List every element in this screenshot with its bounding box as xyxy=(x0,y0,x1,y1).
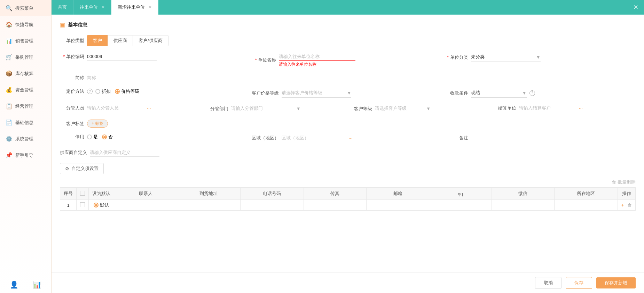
cell-checkbox[interactable] xyxy=(77,200,89,211)
sidebar: 🔍 搜索菜单 🏠 快捷导航 📊 销售管理 🛒 采购管理 📦 库存核算 💰 资金管… xyxy=(0,0,52,293)
radio-discount[interactable]: 折扣 xyxy=(95,88,111,95)
unit-type-customer[interactable]: 客户 xyxy=(87,35,108,46)
fax-input[interactable] xyxy=(307,203,363,208)
pricing-info-icon[interactable]: ? xyxy=(87,89,93,94)
window-close-icon[interactable]: ✕ xyxy=(628,3,644,11)
manager-group: 分管人员 ··· xyxy=(60,104,204,112)
sidebar-item-finance[interactable]: 💰 资金管理 xyxy=(0,82,51,98)
add-row-icon[interactable]: + xyxy=(621,203,624,208)
phone-input[interactable] xyxy=(244,203,300,208)
cell-phone[interactable] xyxy=(240,200,304,211)
radio-yes-circle xyxy=(87,135,92,139)
customer-price-level-select[interactable]: 请选择客户价格等级 ▼ xyxy=(282,88,351,98)
table-toolbar: 🗑 批量删除 xyxy=(60,179,636,185)
sidebar-item-operations[interactable]: 📋 经营管理 xyxy=(0,98,51,114)
radio-no[interactable]: 否 xyxy=(102,134,113,140)
payment-terms-group: 收款条件 现结 ▼ ? xyxy=(444,88,636,98)
unit-code-input[interactable] xyxy=(87,52,157,61)
cell-contact[interactable] xyxy=(114,200,177,211)
weixin-input[interactable] xyxy=(495,203,551,208)
tab-home[interactable]: 首页 xyxy=(52,0,73,15)
tab-new-partner[interactable]: 新增往来单位 ✕ xyxy=(111,0,158,15)
customer-level-placeholder: 请选择客户等级 xyxy=(375,105,407,112)
close-partners-tab[interactable]: ✕ xyxy=(101,5,105,10)
payment-info-icon[interactable]: ? xyxy=(529,90,535,96)
cell-fax[interactable] xyxy=(304,200,366,211)
email-input[interactable] xyxy=(370,203,425,208)
stats-icon[interactable]: 📊 xyxy=(33,280,41,289)
cell-email[interactable] xyxy=(366,200,429,211)
sidebar-item-sales[interactable]: 📊 销售管理 xyxy=(0,33,51,49)
settlement-unit-input[interactable] xyxy=(519,104,575,112)
col-header-no: 序号 xyxy=(60,188,77,200)
radio-yes[interactable]: 是 xyxy=(87,134,98,140)
address-input[interactable] xyxy=(181,203,237,208)
sidebar-item-search[interactable]: 🔍 搜索菜单 xyxy=(0,0,51,16)
payment-terms-select[interactable]: 现结 ▼ xyxy=(471,88,527,98)
department-label: 分管部门 xyxy=(204,106,228,112)
unit-category-group: 单位分类 未分类 ▼ xyxy=(444,52,636,62)
remarks-input[interactable] xyxy=(471,134,575,142)
region-input[interactable] xyxy=(282,134,344,142)
cell-qq[interactable] xyxy=(429,200,492,211)
cell-weixin[interactable] xyxy=(492,200,554,211)
radio-price-level[interactable]: 价格等级 xyxy=(115,88,139,95)
cart-icon: 🛒 xyxy=(6,54,13,60)
sidebar-bottom: 👤 📊 xyxy=(0,276,51,293)
custom-settings-button[interactable]: ⚙ 自定义项设置 xyxy=(60,163,104,174)
manager-more-icon[interactable]: ··· xyxy=(146,105,152,111)
cell-address[interactable] xyxy=(177,200,241,211)
gear-settings-icon: ⚙ xyxy=(65,166,69,171)
supplier-custom-label: 供应商自定义 xyxy=(60,149,87,156)
unit-category-select[interactable]: 未分类 ▼ xyxy=(471,52,541,62)
select-all-checkbox[interactable] xyxy=(80,191,85,196)
qq-input[interactable] xyxy=(433,203,488,208)
col-header-contact: 联系人 xyxy=(114,188,177,200)
contact-input[interactable] xyxy=(118,203,173,208)
cancel-button[interactable]: 取消 xyxy=(535,277,561,289)
region-label: 区域（地区） xyxy=(252,135,279,141)
save-and-new-button[interactable]: 保存并新增 xyxy=(596,277,636,288)
money-icon: 💰 xyxy=(6,87,13,93)
col-header-weixin: 微信 xyxy=(492,188,554,200)
disabled-group: 停用 是 否 xyxy=(60,134,252,140)
region-more-icon[interactable]: ··· xyxy=(347,135,354,141)
manager-input[interactable] xyxy=(87,104,143,112)
department-placeholder: 请输入分管部门 xyxy=(231,105,263,112)
batch-delete-icon: 🗑 xyxy=(612,180,616,185)
sidebar-item-guide[interactable]: 📌 新手引导 xyxy=(0,147,51,163)
cell-region[interactable] xyxy=(554,200,618,211)
batch-delete-button[interactable]: 🗑 批量删除 xyxy=(612,179,636,185)
unit-type-both[interactable]: 客户/供应商 xyxy=(133,35,168,46)
radio-price-level-label: 价格等级 xyxy=(121,88,139,95)
tab-partners[interactable]: 往来单位 ✕ xyxy=(73,0,111,15)
sidebar-item-purchase[interactable]: 🛒 采购管理 xyxy=(0,49,51,65)
save-button[interactable]: 保存 xyxy=(566,277,592,289)
close-new-partner-tab[interactable]: ✕ xyxy=(148,5,152,10)
unit-category-label: 单位分类 xyxy=(444,54,468,60)
short-name-input[interactable] xyxy=(87,74,157,82)
unit-type-supplier[interactable]: 供应商 xyxy=(108,35,133,46)
section-title: 基本信息 xyxy=(68,22,87,28)
sidebar-item-inventory[interactable]: 📦 库存核算 xyxy=(0,65,51,82)
add-tag-button[interactable]: + 标签 xyxy=(87,120,108,128)
customer-level-select[interactable]: 请选择客户等级 ▼ xyxy=(375,104,431,113)
short-name-label: 简称 xyxy=(60,75,84,81)
sidebar-item-system[interactable]: ⚙️ 系统管理 xyxy=(0,131,51,147)
department-select[interactable]: 请输入分管部门 ▼ xyxy=(231,104,301,113)
delete-row-icon[interactable]: 🗑 xyxy=(627,203,632,208)
unit-name-label: 单位名称 xyxy=(252,57,276,63)
unit-code-group: 单位编码 xyxy=(60,52,252,61)
row-region-input[interactable] xyxy=(558,203,614,208)
unit-name-error: 请输入往来单位名称 xyxy=(279,62,443,67)
unit-name-input[interactable] xyxy=(279,52,355,61)
settlement-more-icon[interactable]: ··· xyxy=(578,105,584,111)
supplier-custom-input[interactable] xyxy=(90,148,159,157)
supplier-custom-group: 供应商自定义 xyxy=(60,148,636,157)
default-radio[interactable]: 默认 xyxy=(92,202,110,208)
customer-price-level-group: 客户价格等级 请选择客户价格等级 ▼ xyxy=(252,88,443,98)
row-checkbox[interactable] xyxy=(80,202,85,207)
sidebar-item-basic-info[interactable]: 📄 基础信息 xyxy=(0,114,51,131)
user-icon[interactable]: 👤 xyxy=(10,280,18,289)
sidebar-item-quick-nav[interactable]: 🏠 快捷导航 xyxy=(0,16,51,33)
